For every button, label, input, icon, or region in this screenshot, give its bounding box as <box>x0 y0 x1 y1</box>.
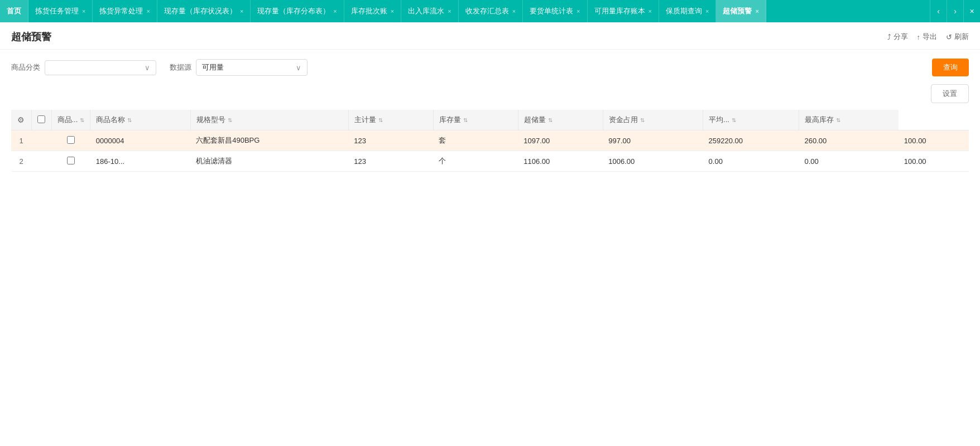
th-capital[interactable]: 资金占用 ⇅ <box>603 110 703 130</box>
th-gear: ⚙ <box>11 110 31 130</box>
nav-home[interactable]: 首页 <box>0 0 28 22</box>
sort-overstock[interactable]: 超储量 ⇅ <box>524 115 553 125</box>
row-spec: 123 <box>348 130 433 151</box>
datasource-label: 数据源 <box>170 62 191 72</box>
nav-item-3[interactable]: 现存量（库存分布表） × <box>251 0 344 22</box>
sort-product-code[interactable]: 商品... ⇅ <box>57 115 85 125</box>
nav-item-7[interactable]: 要货单统计表 × <box>523 0 587 22</box>
sort-max-stock[interactable]: 最高库存 ⇅ <box>805 115 840 125</box>
nav-close-5[interactable]: × <box>448 8 451 14</box>
table-container: ⚙ 商品... ⇅ 商品名称 ⇅ <box>0 110 980 172</box>
nav-item-0[interactable]: 拣货任务管理 × <box>28 0 93 22</box>
nav-close-2[interactable]: × <box>240 8 243 14</box>
th-max-stock[interactable]: 最高库存 ⇅ <box>799 110 899 130</box>
row-checkbox-cell <box>51 130 90 151</box>
sort-icon-product-code: ⇅ <box>80 117 84 123</box>
row-unit: 个 <box>433 151 518 172</box>
page-header: 超储预警 ⤴ 分享 ↑ 导出 ↺ 刷新 <box>0 22 980 50</box>
sort-icon-product-name: ⇅ <box>127 117 132 123</box>
row-product-code: 0000004 <box>90 130 190 151</box>
refresh-button[interactable]: ↺ 刷新 <box>946 32 969 42</box>
nav-item-label-8: 可用量库存账本 <box>594 6 645 16</box>
select-all-checkbox[interactable] <box>37 115 45 123</box>
nav-item-label-5: 出入库流水 <box>408 6 444 16</box>
sort-avg[interactable]: 平均... ⇅ <box>709 115 736 125</box>
nav-item-4[interactable]: 库存批次账 × <box>344 0 401 22</box>
th-avg[interactable]: 平均... ⇅ <box>703 110 799 130</box>
nav-item-1[interactable]: 拣货异常处理 × <box>93 0 157 22</box>
sort-capital[interactable]: 资金占用 ⇅ <box>609 115 645 125</box>
sort-product-name[interactable]: 商品名称 ⇅ <box>96 115 132 125</box>
nav-item-label-2: 现存量（库存状况表） <box>164 6 237 16</box>
nav-close-7[interactable]: × <box>577 8 580 14</box>
row-stock: 1106.00 <box>518 151 603 172</box>
filter-area-second: 设置 <box>0 82 980 110</box>
th-unit-label: 主计量 <box>354 115 376 125</box>
th-overstock[interactable]: 超储量 ⇅ <box>518 110 603 130</box>
nav-item-label-4: 库存批次账 <box>351 6 387 16</box>
nav-item-5[interactable]: 出入库流水 × <box>401 0 458 22</box>
row-avg: 0.00 <box>799 151 899 172</box>
share-icon: ⤴ <box>887 33 891 41</box>
row-index: 2 <box>11 151 31 172</box>
nav-item-label-9: 保质期查询 <box>666 6 702 16</box>
category-label: 商品分类 <box>11 62 40 72</box>
datasource-chevron-icon: ∨ <box>296 64 301 72</box>
nav-close-8[interactable]: × <box>648 8 652 14</box>
datasource-select-value: 可用量 <box>202 62 224 72</box>
nav-close-4[interactable]: × <box>391 8 394 14</box>
nav-item-2[interactable]: 现存量（库存状况表） × <box>157 0 251 22</box>
filter-group-category: 商品分类 ∨ <box>11 60 156 75</box>
page-title: 超储预警 <box>11 30 51 43</box>
sort-unit[interactable]: 主计量 ⇅ <box>354 115 383 125</box>
nav-arrow-left[interactable]: ‹ <box>930 0 947 22</box>
th-spec-label: 规格型号 <box>196 115 225 125</box>
nav-item-label-6: 收发存汇总表 <box>465 6 509 16</box>
th-product-code-label: 商品... <box>57 115 78 125</box>
th-unit[interactable]: 主计量 ⇅ <box>348 110 433 130</box>
th-product-name[interactable]: 商品名称 ⇅ <box>90 110 190 130</box>
row-spec: 123 <box>348 151 433 172</box>
filter-area: 商品分类 ∨ 数据源 可用量 ∨ 查询 <box>0 50 980 82</box>
query-button[interactable]: 查询 <box>932 59 969 76</box>
row-capital: 259220.00 <box>703 130 799 151</box>
gear-icon[interactable]: ⚙ <box>17 115 25 124</box>
sort-spec[interactable]: 规格型号 ⇅ <box>196 115 232 125</box>
nav-close-10[interactable]: × <box>755 8 758 14</box>
nav-close-3[interactable]: × <box>333 8 337 14</box>
refresh-icon: ↺ <box>946 33 952 41</box>
nav-item-9[interactable]: 保质期查询 × <box>659 0 716 22</box>
sort-icon-unit: ⇅ <box>378 117 383 123</box>
sort-icon-spec: ⇅ <box>228 117 232 123</box>
th-product-code[interactable]: 商品... ⇅ <box>51 110 90 130</box>
nav-item-6[interactable]: 收发存汇总表 × <box>459 0 523 22</box>
row-capital: 0.00 <box>703 151 799 172</box>
nav-item-8[interactable]: 可用量库存账本 × <box>588 0 659 22</box>
row-checkbox-1[interactable] <box>67 157 75 164</box>
nav-close-1[interactable]: × <box>146 8 150 14</box>
nav-arrows: ‹ › × <box>930 0 980 22</box>
share-button[interactable]: ⤴ 分享 <box>887 32 908 42</box>
row-checkbox-0[interactable] <box>67 136 75 144</box>
row-checkbox-cell <box>51 151 90 172</box>
filter-group-datasource: 数据源 可用量 ∨ <box>170 59 308 76</box>
nav-close-6[interactable]: × <box>512 8 516 14</box>
nav-arrow-close[interactable]: × <box>963 0 980 22</box>
nav-close-0[interactable]: × <box>82 8 85 14</box>
datasource-select[interactable]: 可用量 ∨ <box>196 59 308 76</box>
th-stock[interactable]: 库存量 ⇅ <box>433 110 518 130</box>
nav-close-9[interactable]: × <box>705 8 709 14</box>
nav-item-10[interactable]: 超储预警 × <box>716 0 766 22</box>
th-spec[interactable]: 规格型号 ⇅ <box>190 110 348 130</box>
export-button[interactable]: ↑ 导出 <box>917 32 938 42</box>
export-icon: ↑ <box>917 33 921 41</box>
row-overstock: 1006.00 <box>603 151 703 172</box>
row-product-code: 186-10... <box>90 151 190 172</box>
settings-button[interactable]: 设置 <box>931 84 969 103</box>
row-unit: 套 <box>433 130 518 151</box>
nav-arrow-right[interactable]: › <box>947 0 963 22</box>
th-max-stock-label: 最高库存 <box>805 115 834 125</box>
category-select[interactable]: ∨ <box>45 60 156 75</box>
refresh-label: 刷新 <box>954 32 969 42</box>
sort-stock[interactable]: 库存量 ⇅ <box>439 115 468 125</box>
